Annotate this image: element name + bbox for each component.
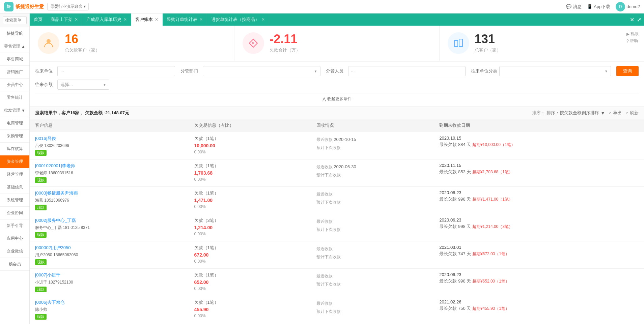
table-row: [0016]吕俊 吕俊 13026203696 现款 欠款（1笔） 10,000… xyxy=(30,132,644,159)
sidebar-item-app-center[interactable]: 应用中心 xyxy=(0,232,29,245)
overdue-link[interactable]: 超期¥1,214.00（3笔） xyxy=(472,224,513,229)
tab-close-all-icon[interactable]: ✕ xyxy=(630,17,634,23)
search-button[interactable]: 查询 xyxy=(616,66,639,76)
unit-category-select[interactable]: ▼ xyxy=(499,66,611,76)
customer-name[interactable]: [0016]吕俊 xyxy=(35,136,184,142)
tab-close-icon[interactable]: ✕ xyxy=(155,17,158,22)
manager-input[interactable]: ··· xyxy=(348,66,466,76)
recovery-info: 最近收款 2020-10-15 预计下次收款 xyxy=(316,136,429,151)
overdue-days: 最长欠款 998 天 超期¥1,214.00（3笔） xyxy=(439,223,639,231)
overdue-days: 最长欠款 998 天 超期¥652.00（1笔） xyxy=(439,277,639,285)
dept-select[interactable]: ▼ xyxy=(203,66,320,76)
tab-product-history[interactable]: 产成品入库单历史 ✕ xyxy=(82,13,131,26)
sidebar-item-ecom[interactable]: 电商管理 xyxy=(0,117,29,130)
sidebar-item-newbie[interactable]: 新手引导 xyxy=(0,219,29,232)
table-row: [0003]畅捷服务尹海燕 海燕 18513066976 现款 欠款（1笔） 1… xyxy=(30,187,644,214)
stat-number-debt: -2.11 xyxy=(270,33,300,45)
sidebar-item-label: 经营管理 xyxy=(7,172,23,177)
balance-select[interactable]: 选择... ▼ xyxy=(57,80,109,90)
unit-category-label: 往来单位分类 xyxy=(471,68,497,74)
recovery-info: 最近收款 2020-06-30 预计下次收款 xyxy=(316,163,429,179)
customer-name[interactable]: [000002]用户2050 xyxy=(35,245,184,251)
video-btn[interactable]: ▶ 视频 xyxy=(626,31,639,37)
overdue-link[interactable]: 超期¥1,703.68（1笔） xyxy=(472,170,513,174)
from-unit-input[interactable]: ··· xyxy=(57,66,175,76)
customer-name[interactable]: [0006]去下粮仓 xyxy=(35,299,184,305)
sidebar-item-label: 企业协同 xyxy=(7,210,23,215)
debt-amount[interactable]: 455.90 xyxy=(194,307,306,312)
logo-icon: 好 xyxy=(4,2,13,11)
overdue-days: 最长欠款 750 天 超期¥455.90（1笔） xyxy=(439,304,639,313)
sidebar-item-label: 采购管理 xyxy=(7,134,23,138)
debt-percent: 0.00% xyxy=(194,259,306,264)
overdue-link[interactable]: 超期¥455.90（1笔） xyxy=(472,306,509,311)
table-row: [0001020001]李老师 李老师 18600391516 现款 欠款（1笔… xyxy=(30,159,644,187)
sidebar-item-finance[interactable]: 资金管理 xyxy=(0,155,29,168)
export-btn[interactable]: ○ 导出 xyxy=(609,110,622,116)
debt-amount[interactable]: 652.00 xyxy=(194,279,306,285)
sidebar-item-retail-stats[interactable]: 零售统计 xyxy=(0,91,29,104)
overdue-date: 2020.06.23 xyxy=(439,217,639,223)
sidebar-item-batch-mgmt[interactable]: 批发管理 ▼ xyxy=(0,104,29,117)
tab-purchase-stats[interactable]: 采购订单统计表 ✕ xyxy=(163,13,207,26)
refresh-btn[interactable]: ○ 刷新 xyxy=(626,110,639,116)
user-avatar[interactable]: D demo2 xyxy=(616,2,640,11)
debt-amount[interactable]: 1,703.68 xyxy=(194,170,306,176)
sidebar-item-retail-mgmt[interactable]: 零售管理 ▲ xyxy=(0,40,29,53)
sidebar-item-retail-mall[interactable]: 零售商城 xyxy=(0,53,29,66)
customer-name[interactable]: [0002]服务中心_丁磊 xyxy=(35,217,184,224)
overdue-link[interactable]: 超期¥672.00（1笔） xyxy=(472,252,509,256)
sidebar-item-member[interactable]: 会员中心 xyxy=(0,79,29,91)
refresh-icon: ○ xyxy=(626,111,628,116)
customer-name[interactable]: [0001020001]李老师 xyxy=(35,163,184,169)
tab-customer-account[interactable]: 客户账本 ✕ xyxy=(131,13,163,26)
debt-icon: ¥ xyxy=(243,32,264,54)
org-selector[interactable]: 母婴行业演示账套 ▾ xyxy=(47,3,89,10)
sidebar-item-basic[interactable]: 基础信息 xyxy=(0,181,29,194)
customer-contact: 陈小帅 xyxy=(35,307,184,313)
tab-expand-icon[interactable]: ⤢ xyxy=(637,17,641,23)
overdue-link[interactable]: 超期¥652.00（1笔） xyxy=(472,279,509,284)
table-row: [000002]用户2050 用户2050 18665062050 现款 欠款（… xyxy=(30,241,644,269)
customer-contact: 用户2050 18665062050 xyxy=(35,252,184,258)
debt-amount[interactable]: 10,000.00 xyxy=(194,143,306,148)
customer-name[interactable]: [0003]畅捷服务尹海燕 xyxy=(35,190,184,196)
sidebar-item-label: 资金管理 xyxy=(7,159,23,164)
chevron-icon: ▼ xyxy=(21,108,25,113)
sidebar-item-purchase[interactable]: 采购管理 xyxy=(0,130,29,143)
search-input[interactable] xyxy=(3,16,27,24)
tab-purchase-product-stats[interactable]: 进货单统计表（按商品） ✕ xyxy=(207,13,269,26)
app-download-btn[interactable]: 📱 App下载 xyxy=(587,4,610,10)
customer-name[interactable]: [0007]小进千 xyxy=(35,272,184,278)
sidebar-item-marketing[interactable]: 营销推广 xyxy=(0,66,29,79)
sidebar-item-quick-nav[interactable]: 快捷导航 xyxy=(0,27,29,40)
tab-home[interactable]: 首页 xyxy=(30,13,47,26)
table-row: [0007]小进千 小进千 18279152100 现款 欠款（1笔） 652.… xyxy=(30,269,644,296)
tab-close-icon[interactable]: ✕ xyxy=(123,17,127,22)
stat-number-customers: 16 xyxy=(65,33,100,45)
overdue-link[interactable]: 超期¥10,000.00（1笔） xyxy=(472,142,515,147)
manager-label: 分管人员 xyxy=(326,68,346,74)
debt-amount[interactable]: 1,214.00 xyxy=(194,225,306,230)
sidebar-item-vip[interactable]: 畅会员 xyxy=(0,258,29,271)
collapse-row[interactable]: ⋀ 收起更多条件 xyxy=(35,93,639,102)
customer-tag: 现款 xyxy=(35,314,47,320)
tab-close-icon[interactable]: ✕ xyxy=(261,17,265,22)
tab-close-icon[interactable]: ✕ xyxy=(199,17,203,22)
sidebar-item-ops[interactable]: 经营管理 xyxy=(0,168,29,181)
help-btn[interactable]: ? 帮助 xyxy=(626,38,639,44)
recovery-info: 最近收款 预计下次收款 xyxy=(316,299,429,315)
debt-amount[interactable]: 1,471.00 xyxy=(194,198,306,203)
debt-amount[interactable]: 672.00 xyxy=(194,252,306,258)
overdue-link[interactable]: 超期¥1,471.00（1笔） xyxy=(472,197,513,202)
tab-close-icon[interactable]: ✕ xyxy=(75,17,78,22)
sort-selector[interactable]: 排序： 排序：按欠款金额倒序排序 ▼ xyxy=(532,110,605,116)
customer-contact: 服务中心_丁磊 181 0125 8371 xyxy=(35,225,184,231)
sidebar-item-inventory[interactable]: 库存核算 xyxy=(0,143,29,155)
message-btn[interactable]: 💬 消息 xyxy=(566,4,582,10)
sidebar-item-corp-wechat[interactable]: 企业微信 xyxy=(0,245,29,258)
sidebar-item-enterprise[interactable]: 企业协同 xyxy=(0,207,29,219)
sidebar-item-sys[interactable]: 系统管理 xyxy=(0,194,29,207)
tab-product-shelf[interactable]: 商品上下架 ✕ xyxy=(47,13,82,26)
overdue-date: 2020.06.23 xyxy=(439,190,639,195)
